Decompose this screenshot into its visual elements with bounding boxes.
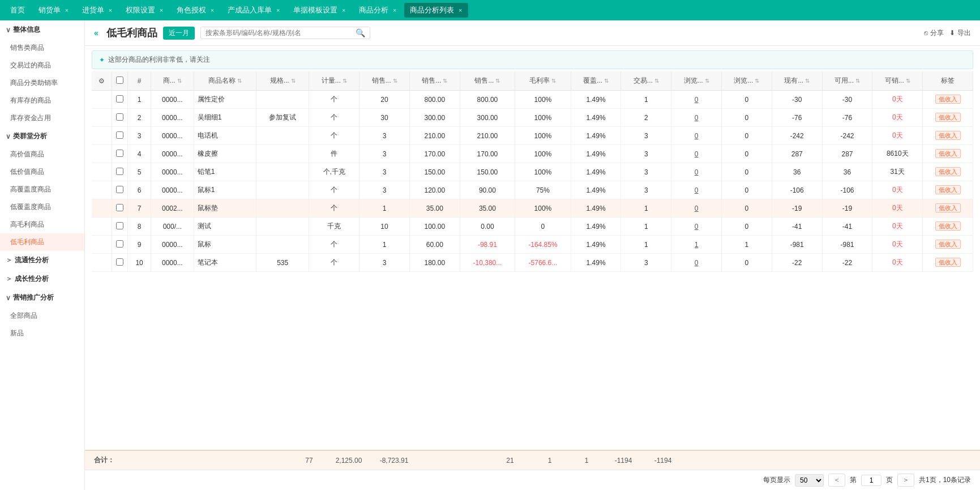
close-icon[interactable]: × (276, 7, 280, 14)
sidebar-item-high-value[interactable]: 高价值商品 (0, 146, 84, 163)
pagination-bar: 每页显示 50 20 100 ＜ 第 页 ＞ 共1页，10条记录 (85, 470, 980, 490)
close-icon[interactable]: × (393, 7, 396, 14)
next-page-button[interactable]: ＞ (897, 474, 914, 487)
th-current-stock[interactable]: 现有... ⇅ (772, 71, 822, 91)
th-gross-margin[interactable]: 毛利率 ⇅ (515, 71, 571, 91)
page-input[interactable] (861, 475, 881, 486)
nav-product-in[interactable]: 产成品入库单 × (222, 3, 285, 18)
td-browse1[interactable]: 0 (671, 199, 722, 218)
close-icon[interactable]: × (211, 7, 214, 14)
close-icon[interactable]: × (459, 7, 462, 14)
td-checkbox[interactable] (112, 199, 128, 218)
sidebar-item-category-rate[interactable]: 商品分类助销率 (0, 74, 84, 92)
nav-role-auth[interactable]: 角色授权 × (171, 3, 220, 18)
nav-purchase-order[interactable]: 进货单 × (76, 3, 118, 18)
th-name[interactable]: 商品名称 ⇅ (194, 71, 256, 91)
sidebar-item-inventory-capital[interactable]: 库存资金占用 (0, 109, 84, 127)
th-browse1[interactable]: 浏览... ⇅ (671, 71, 722, 91)
th-sales-price[interactable]: 销售... ⇅ (409, 71, 460, 91)
nav-product-analysis[interactable]: 商品分析 × (353, 3, 402, 18)
nav-sales-order[interactable]: 销货单 × (33, 3, 74, 18)
collapse-button[interactable]: « (94, 28, 99, 37)
close-icon[interactable]: × (109, 7, 112, 14)
filter-recent-month-button[interactable]: 近一月 (163, 27, 195, 40)
td-no: 3 (128, 127, 151, 145)
row-checkbox[interactable] (116, 168, 123, 175)
close-icon[interactable]: × (65, 7, 69, 14)
th-unit[interactable]: 计量... ⇅ (309, 71, 360, 91)
sidebar-item-low-margin[interactable]: 低毛利商品 (0, 233, 84, 251)
sidebar-group-overall[interactable]: ∨ 整体信息 (0, 20, 84, 39)
td-browse1[interactable]: 0 (671, 91, 722, 109)
close-icon[interactable]: × (160, 7, 163, 14)
sidebar-group-marketing[interactable]: ∨ 营销推广分析 (0, 288, 84, 307)
td-current-stock: -242 (772, 127, 822, 145)
th-sales-profit[interactable]: 销售... ⇅ (460, 71, 515, 91)
td-checkbox[interactable] (112, 254, 128, 272)
sidebar-item-all-products[interactable]: 全部商品 (0, 307, 84, 325)
sidebar-item-traded-products[interactable]: 交易过的商品 (0, 57, 84, 74)
row-checkbox[interactable] (116, 95, 123, 103)
sidebar-item-low-coverage[interactable]: 低覆盖度商品 (0, 198, 84, 216)
td-browse1[interactable]: 1 (671, 236, 722, 254)
sidebar-item-high-margin[interactable]: 高毛利商品 (0, 216, 84, 233)
td-browse1[interactable]: 0 (671, 254, 722, 272)
search-input[interactable] (206, 29, 353, 37)
th-spec[interactable]: 规格... ⇅ (256, 71, 309, 91)
export-button[interactable]: ⬇ 导出 (949, 28, 971, 38)
nav-template-settings[interactable]: 单据模板设置 × (288, 3, 351, 18)
td-browse2: 0 (722, 145, 772, 163)
td-current-stock: -981 (772, 236, 822, 254)
td-browse1[interactable]: 0 (671, 218, 722, 236)
row-checkbox[interactable] (116, 131, 123, 139)
th-available[interactable]: 可用... ⇅ (822, 71, 872, 91)
sidebar-item-high-coverage[interactable]: 高覆盖度商品 (0, 181, 84, 198)
td-checkbox[interactable] (112, 163, 128, 181)
sidebar-group-cluster[interactable]: ∨ 类群堂分析 (0, 127, 84, 146)
td-checkbox[interactable] (112, 145, 128, 163)
td-checkbox[interactable] (112, 109, 128, 127)
td-browse1[interactable]: 0 (671, 145, 722, 163)
td-browse1[interactable]: 0 (671, 163, 722, 181)
nav-product-analysis-list[interactable]: 商品分析列表 × (404, 3, 468, 18)
sidebar-group-circulation[interactable]: ＞ 流通性分析 (0, 251, 84, 270)
th-saleable[interactable]: 可销... ⇅ (872, 71, 923, 91)
td-checkbox[interactable] (112, 236, 128, 254)
td-sales-profit: 170.00 (460, 145, 515, 163)
share-button[interactable]: ⎋ 分享 (924, 28, 944, 38)
td-checkbox[interactable] (112, 181, 128, 199)
row-checkbox[interactable] (116, 258, 123, 266)
row-checkbox[interactable] (116, 222, 123, 229)
row-checkbox[interactable] (116, 186, 123, 193)
sidebar-group-growth[interactable]: ＞ 成长性分析 (0, 270, 84, 288)
th-sales-count[interactable]: 销售... ⇅ (360, 71, 410, 91)
td-browse1[interactable]: 0 (671, 109, 722, 127)
th-code[interactable]: 商... ⇅ (151, 71, 194, 91)
row-checkbox[interactable] (116, 150, 123, 157)
th-coverage[interactable]: 覆盖... ⇅ (571, 71, 621, 91)
prev-page-button[interactable]: ＜ (828, 474, 845, 487)
table-row: 5 0000... 铅笔1 个,千克 3 150.00 150.00 100% … (92, 163, 973, 181)
td-no: 10 (128, 254, 151, 272)
td-checkbox[interactable] (112, 91, 128, 109)
select-all-checkbox[interactable] (116, 76, 123, 84)
sidebar-item-sales-products[interactable]: 销售类商品 (0, 39, 84, 57)
td-browse1[interactable]: 0 (671, 127, 722, 145)
row-checkbox[interactable] (116, 204, 123, 211)
per-page-select[interactable]: 50 20 100 (795, 474, 824, 487)
close-icon[interactable]: × (342, 7, 345, 14)
nav-home[interactable]: 首页 (5, 3, 31, 18)
td-browse1[interactable]: 0 (671, 181, 722, 199)
th-settings[interactable]: ⚙ (92, 71, 112, 91)
row-checkbox[interactable] (116, 113, 123, 121)
nav-permission-settings[interactable]: 权限设置 × (120, 3, 169, 18)
td-coverage: 1.49% (571, 181, 621, 199)
td-checkbox[interactable] (112, 127, 128, 145)
sidebar-item-stocked-products[interactable]: 有库存的商品 (0, 92, 84, 109)
th-transaction[interactable]: 交易... ⇅ (621, 71, 671, 91)
row-checkbox[interactable] (116, 240, 123, 248)
th-browse2[interactable]: 浏览... ⇅ (722, 71, 772, 91)
sidebar-item-new-products[interactable]: 新品 (0, 325, 84, 342)
sidebar-item-low-value[interactable]: 低价值商品 (0, 163, 84, 181)
td-checkbox[interactable] (112, 218, 128, 236)
